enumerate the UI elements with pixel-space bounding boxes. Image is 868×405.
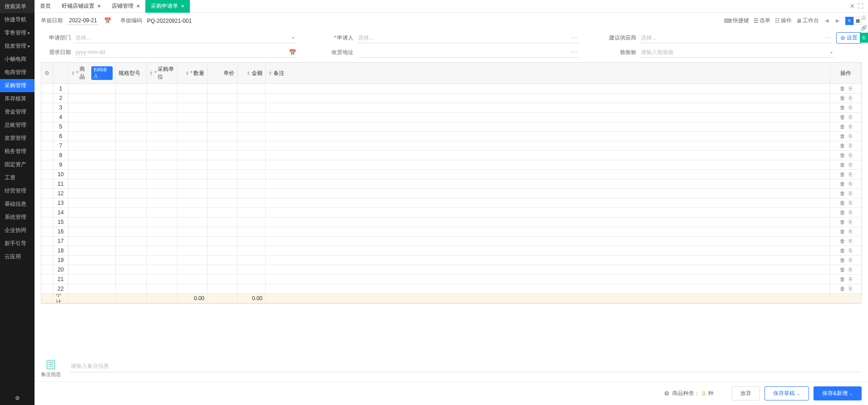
sidebar-item-4[interactable]: 小畅电商 bbox=[0, 53, 35, 66]
tab-3[interactable]: 采购申请单✕ bbox=[145, 0, 190, 13]
calendar-icon[interactable]: 📅 bbox=[104, 17, 111, 24]
delete-icon[interactable]: 🗑 bbox=[840, 267, 845, 273]
delete-icon[interactable]: 🗑 bbox=[840, 286, 845, 292]
table-row[interactable]: 14🗑⎘ bbox=[41, 208, 861, 217]
table-row[interactable]: 16🗑⎘ bbox=[41, 227, 861, 237]
table-row[interactable]: 5🗑⎘ bbox=[41, 122, 861, 132]
table-row[interactable]: 15🗑⎘ bbox=[41, 217, 861, 227]
supplier-input[interactable] bbox=[640, 33, 823, 43]
copy-icon[interactable]: ⎘ bbox=[849, 162, 852, 168]
next-arrow[interactable]: ▶ bbox=[834, 18, 841, 24]
gear-icon[interactable]: ⚙ bbox=[45, 70, 50, 76]
close-icon[interactable]: ✕ bbox=[136, 4, 140, 9]
copy-icon[interactable]: ⎘ bbox=[849, 257, 852, 263]
copy-icon[interactable]: ⎘ bbox=[849, 114, 852, 120]
scan-tag[interactable]: 扫码录入 bbox=[91, 66, 113, 80]
copy-icon[interactable]: ⎘ bbox=[849, 104, 852, 111]
sidebar-item-18[interactable]: 新手引导 bbox=[0, 237, 35, 250]
delete-icon[interactable]: 🗑 bbox=[840, 104, 845, 111]
delete-icon[interactable]: 🗑 bbox=[840, 171, 845, 178]
tab-2[interactable]: 店铺管理✕ bbox=[106, 0, 145, 13]
delete-icon[interactable]: 🗑 bbox=[840, 152, 845, 158]
delete-icon[interactable]: 🗑 bbox=[840, 209, 845, 216]
sidebar-item-6[interactable]: 采购管理 bbox=[0, 79, 35, 92]
view-list[interactable]: ≡ bbox=[845, 17, 853, 25]
close-icon[interactable]: ✕ bbox=[850, 3, 855, 10]
delete-icon[interactable]: 🗑 bbox=[840, 181, 845, 187]
delete-icon[interactable]: 🗑 bbox=[840, 133, 845, 139]
delete-icon[interactable]: 🗑 bbox=[840, 114, 845, 120]
sort-icon[interactable]: ▲▼ bbox=[185, 71, 189, 75]
copy-icon[interactable]: ⎘ bbox=[849, 171, 852, 178]
discard-button[interactable]: 放弃 bbox=[732, 386, 760, 400]
close-icon[interactable]: ✕ bbox=[181, 4, 184, 9]
copy-icon[interactable]: ⎘ bbox=[849, 190, 852, 197]
table-row[interactable]: 21🗑⎘ bbox=[41, 275, 861, 284]
delete-icon[interactable]: 🗑 bbox=[840, 85, 845, 92]
tab-1[interactable]: 旺铺店铺设置✕ bbox=[56, 0, 106, 13]
copy-icon[interactable]: ⎘ bbox=[849, 209, 852, 216]
gear-icon[interactable]: ⚙ bbox=[664, 390, 670, 397]
delete-icon[interactable]: 🗑 bbox=[840, 143, 845, 149]
close-icon[interactable]: ✕ bbox=[97, 4, 101, 9]
table-row[interactable]: 4🗑⎘ bbox=[41, 113, 861, 122]
delete-icon[interactable]: 🗑 bbox=[840, 95, 845, 101]
more-icon[interactable]: ⋯ bbox=[823, 34, 833, 41]
copy-icon[interactable]: ⎘ bbox=[849, 219, 852, 225]
workbench-link[interactable]: 🖥工作台 bbox=[796, 17, 819, 25]
tab-0[interactable]: 首页 bbox=[35, 0, 56, 13]
sort-icon[interactable]: ▲▼ bbox=[71, 71, 75, 75]
table-row[interactable]: 1🗑⎘ bbox=[41, 84, 861, 94]
sidebar-item-3[interactable]: 批发管理▾ bbox=[0, 40, 35, 53]
sidebar-item-9[interactable]: 总账管理 bbox=[0, 119, 35, 132]
chevron-down-icon[interactable]: ▾ bbox=[290, 35, 296, 40]
table-row[interactable]: 6🗑⎘ bbox=[41, 132, 861, 141]
table-row[interactable]: 11🗑⎘ bbox=[41, 179, 861, 189]
save-new-button[interactable]: 保存&新增⌄ bbox=[813, 386, 862, 400]
table-row[interactable]: 13🗑⎘ bbox=[41, 198, 861, 208]
table-row[interactable]: 20🗑⎘ bbox=[41, 265, 861, 275]
sidebar-item-0[interactable]: 搜索菜单 bbox=[0, 0, 35, 13]
copy-icon[interactable]: ⎘ bbox=[849, 238, 852, 244]
sidebar-item-5[interactable]: 电商管理 bbox=[0, 66, 35, 79]
sidebar-item-11[interactable]: 税务管理 bbox=[0, 145, 35, 158]
sidebar-item-14[interactable]: 经营管理 bbox=[0, 184, 35, 198]
rail-icon-2[interactable]: 🔗 bbox=[860, 23, 868, 33]
delete-icon[interactable]: 🗑 bbox=[840, 228, 845, 235]
table-row[interactable]: 3🗑⎘ bbox=[41, 103, 861, 113]
more-icon[interactable]: ⋯ bbox=[569, 34, 579, 41]
delete-icon[interactable]: 🗑 bbox=[840, 123, 845, 130]
action-link[interactable]: ☷操作 bbox=[775, 17, 792, 25]
more-icon[interactable]: ⋯ bbox=[569, 49, 579, 56]
table-row[interactable]: 12🗑⎘ bbox=[41, 189, 861, 198]
table-row[interactable]: 10🗑⎘ bbox=[41, 170, 861, 179]
expand-icon[interactable]: ⛶ bbox=[858, 3, 863, 10]
table-row[interactable]: 17🗑⎘ bbox=[41, 237, 861, 246]
copy-icon[interactable]: ⎘ bbox=[849, 143, 852, 149]
date-value[interactable]: 2022-09-21 bbox=[67, 16, 99, 25]
sidebar-item-17[interactable]: 企业协同 bbox=[0, 224, 35, 237]
dept-input[interactable] bbox=[74, 33, 290, 43]
copy-icon[interactable]: ⎘ bbox=[849, 152, 852, 158]
sidebar-item-13[interactable]: 工资 bbox=[0, 171, 35, 184]
delete-icon[interactable]: 🗑 bbox=[840, 276, 845, 282]
table-row[interactable]: 8🗑⎘ bbox=[41, 151, 861, 160]
ship-addr-input[interactable] bbox=[357, 47, 569, 57]
table-row[interactable]: 7🗑⎘ bbox=[41, 141, 861, 151]
copy-icon[interactable]: ⎘ bbox=[849, 85, 852, 92]
sidebar-gear[interactable]: ⚙ bbox=[0, 391, 35, 405]
rail-icon-1[interactable]: ☰ bbox=[860, 13, 868, 23]
copy-icon[interactable]: ⎘ bbox=[849, 133, 852, 139]
sidebar-item-1[interactable]: 快捷导航 bbox=[0, 13, 35, 26]
sidebar-item-19[interactable]: 云应用 bbox=[0, 250, 35, 263]
table-row[interactable]: 2🗑⎘ bbox=[41, 94, 861, 103]
table-row[interactable]: 22🗑⎘ bbox=[41, 284, 861, 294]
copy-icon[interactable]: ⎘ bbox=[849, 181, 852, 187]
applicant-input[interactable] bbox=[357, 33, 569, 43]
delete-icon[interactable]: 🗑 bbox=[840, 247, 845, 254]
table-row[interactable]: 9🗑⎘ bbox=[41, 160, 861, 170]
copy-icon[interactable]: ⎘ bbox=[849, 95, 852, 101]
calendar-icon[interactable]: 📅 bbox=[289, 49, 296, 56]
delete-icon[interactable]: 🗑 bbox=[840, 238, 845, 244]
shortcut-link[interactable]: ⌨快捷键 bbox=[724, 17, 749, 25]
